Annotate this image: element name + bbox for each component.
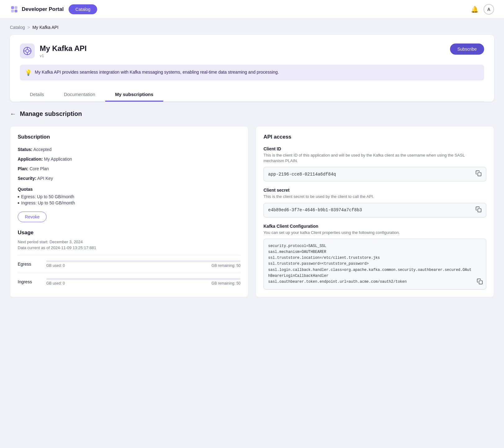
notifications-button[interactable]: 🔔 [471, 6, 479, 13]
revoke-button[interactable]: Revoke [18, 212, 47, 222]
usage-divider-2 [18, 273, 241, 273]
api-header: My Kafka API v1 Subscribe [20, 43, 484, 58]
security-label: Security: [18, 176, 36, 181]
quota-egress-dot [18, 196, 19, 198]
client-id-field: app-2196-cce8-02114a6df84q [263, 167, 486, 181]
plan-value: Core Plan [29, 166, 49, 171]
logo-text: Developer Portal [22, 6, 64, 12]
svg-rect-1 [15, 6, 17, 9]
api-version: v1 [40, 53, 87, 58]
client-id-label: Client ID [263, 146, 486, 151]
kafka-config-text: security.protocol=SASL_SSL sasl.mechanis… [268, 243, 482, 285]
info-banner-text: My Kafka API provides seamless integrati… [35, 69, 279, 75]
usage-divider [18, 255, 241, 255]
svg-rect-2 [11, 10, 14, 12]
egress-remaining: GB remaining: 50 [212, 263, 241, 268]
subscription-card-title: Subscription [18, 134, 241, 140]
svg-rect-12 [479, 281, 483, 284]
kafka-config-copy-button[interactable] [477, 278, 483, 286]
svg-rect-10 [478, 173, 481, 176]
quotas-title: Quotas [18, 187, 241, 192]
kafka-config-desc: You can set up your kafka Client propert… [263, 230, 486, 235]
api-header-left: My Kafka API v1 [20, 43, 87, 58]
svg-rect-11 [478, 208, 481, 212]
data-current: Data current as of 2024-11-09 13:25:17:8… [18, 245, 241, 250]
status-value: Accepted [34, 147, 52, 152]
header: Developer Portal Catalog 🔔 A [0, 0, 504, 19]
header-right: 🔔 A [471, 4, 494, 15]
api-access-title: API access [263, 134, 486, 140]
tab-my-subscriptions[interactable]: My subscriptions [105, 88, 163, 102]
quotas-section: Quotas Egress: Up to 50 GB/month Ingress… [18, 187, 241, 205]
client-secret-value: e4b89ed6-3f7e-4646-b9b1-03974a7cf8b3 [268, 208, 473, 213]
back-button[interactable]: ← [10, 110, 16, 117]
info-banner: 💡 My Kafka API provides seamless integra… [20, 65, 484, 80]
client-secret-field: e4b89ed6-3f7e-4646-b9b1-03974a7cf8b3 [263, 203, 486, 217]
egress-label: Egress [18, 262, 43, 267]
svg-rect-3 [15, 10, 17, 12]
api-access-card: API access Client ID This is the client … [256, 126, 494, 297]
info-icon: 💡 [25, 69, 32, 76]
logo-area: Developer Portal [10, 5, 64, 14]
quota-egress-text: Egress: Up to 50 GB/month [21, 194, 74, 199]
tab-details[interactable]: Details [20, 88, 54, 102]
client-id-desc: This is the client ID of this applicatio… [263, 153, 486, 164]
egress-bar-track [46, 260, 241, 262]
breadcrumb: Catalog > My Kafka API [0, 19, 504, 35]
breadcrumb-current: My Kafka API [32, 25, 58, 30]
plan-label: Plan: [18, 166, 28, 171]
client-id-copy-button[interactable] [473, 170, 482, 178]
quota-ingress-dot [18, 202, 19, 204]
svg-rect-0 [11, 6, 14, 9]
content-area: ← Manage subscription Subscription Statu… [0, 102, 504, 306]
security-value: API Key [37, 176, 53, 181]
main-card: My Kafka API v1 Subscribe 💡 My Kafka API… [10, 35, 494, 102]
client-id-value: app-2196-cce8-02114a6df84q [268, 172, 473, 177]
ingress-used: GB used: 0 [46, 281, 65, 286]
two-col-layout: Subscription Status: Accepted Applicatio… [10, 126, 494, 297]
manage-title: Manage subscription [20, 110, 82, 117]
application-row: Application: My Application [18, 156, 241, 162]
client-secret-copy-button[interactable] [473, 206, 482, 214]
quota-egress: Egress: Up to 50 GB/month [18, 194, 241, 199]
tab-documentation[interactable]: Documentation [54, 88, 105, 102]
api-title-area: My Kafka API v1 [40, 44, 87, 58]
kafka-config-label: Kafka Client Configuration [263, 224, 486, 229]
manage-header: ← Manage subscription [10, 110, 494, 117]
logo-icon [10, 5, 19, 14]
subscribe-button[interactable]: Subscribe [450, 43, 484, 55]
application-value: My Application [44, 157, 72, 162]
status-label: Status: [18, 147, 32, 152]
status-row: Status: Accepted [18, 146, 241, 153]
back-arrow-icon: ← [10, 110, 16, 117]
avatar[interactable]: A [484, 4, 494, 15]
ingress-usage-row: Ingress GB used: 0 GB remaining: 50 [18, 278, 241, 286]
quota-ingress: Ingress: Up to 50 GB/month [18, 200, 241, 205]
client-secret-desc: This is the client secret to be used by … [263, 194, 486, 199]
subscription-card: Subscription Status: Accepted Applicatio… [10, 126, 248, 297]
security-row: Security: API Key [18, 175, 241, 182]
ingress-bar-area: GB used: 0 GB remaining: 50 [46, 278, 241, 286]
api-title: My Kafka API [40, 44, 87, 53]
breadcrumb-catalog[interactable]: Catalog [10, 25, 25, 30]
header-left: Developer Portal Catalog [10, 4, 97, 14]
api-icon [20, 43, 35, 58]
quota-ingress-text: Ingress: Up to 50 GB/month [21, 200, 75, 205]
breadcrumb-separator: > [27, 25, 30, 30]
egress-usage-row: Egress GB used: 0 GB remaining: 50 [18, 260, 241, 268]
next-period: Next period start: December 3, 2024 [18, 240, 241, 244]
egress-used: GB used: 0 [46, 263, 65, 268]
egress-bar-area: GB used: 0 GB remaining: 50 [46, 260, 241, 268]
ingress-bar-track [46, 278, 241, 280]
usage-title: Usage [18, 230, 241, 236]
application-label: Application: [18, 157, 43, 162]
catalog-button[interactable]: Catalog [69, 4, 97, 14]
ingress-remaining: GB remaining: 50 [212, 281, 241, 286]
tabs: Details Documentation My subscriptions [20, 88, 484, 102]
client-secret-label: Client secret [263, 188, 486, 193]
egress-stats: GB used: 0 GB remaining: 50 [46, 263, 241, 268]
svg-point-5 [26, 49, 29, 53]
kafka-config-box: security.protocol=SASL_SSL sasl.mechanis… [263, 239, 486, 290]
plan-row: Plan: Core Plan [18, 166, 241, 172]
ingress-label: Ingress [18, 279, 43, 284]
